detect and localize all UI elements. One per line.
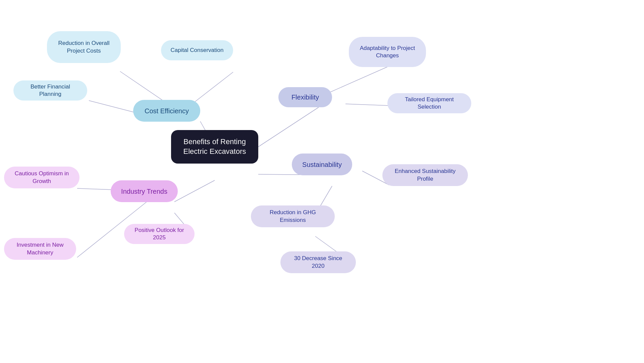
positive-outlook-node: Positive Outlook for 2025 — [124, 224, 195, 244]
adaptability-node: Adaptability to Project Changes — [349, 37, 426, 67]
flexibility-node: Flexibility — [278, 87, 332, 107]
svg-line-2 — [174, 180, 215, 202]
decrease-2020-node: 30 Decrease Since 2020 — [280, 251, 356, 273]
better-financial-planning-node: Better Financial Planning — [13, 80, 87, 101]
investment-machinery-node: Investment in New Machinery — [4, 238, 76, 260]
cautious-optimism-node: Cautious Optimism in Growth — [4, 167, 79, 188]
svg-line-8 — [345, 104, 389, 106]
industry-trends-node: Industry Trends — [111, 180, 178, 202]
reduction-project-costs-node: Reduction in Overall Project Costs — [47, 31, 121, 63]
cost-efficiency-node: Cost Efficiency — [133, 100, 200, 122]
enhanced-sustainability-node: Enhanced Sustainability Profile — [382, 164, 468, 186]
capital-conservation-node: Capital Conservation — [161, 40, 233, 60]
tailored-equipment-node: Tailored Equipment Selection — [387, 93, 471, 113]
svg-line-1 — [258, 107, 319, 147]
sustainability-node: Sustainability — [292, 154, 352, 175]
center-node: Benefits of Renting Electric Excavators — [171, 130, 258, 164]
ghg-emissions-node: Reduction in GHG Emissions — [251, 205, 335, 227]
